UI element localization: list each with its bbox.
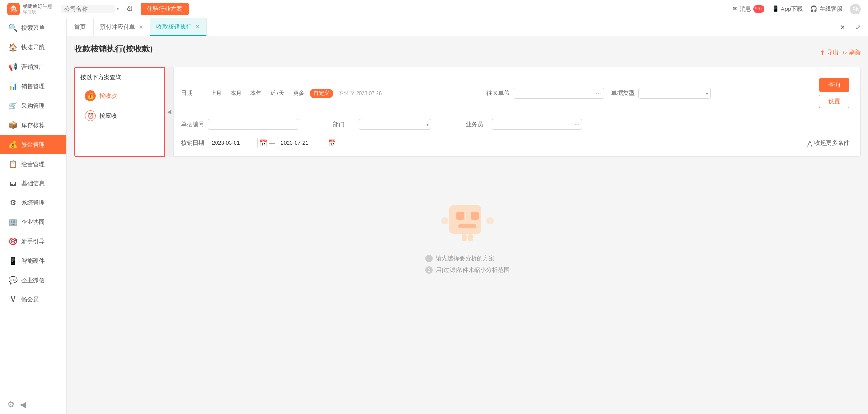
filter-row-3: 核销日期 📅 — 📅 ⋀ [181,137,853,149]
doc-type-select[interactable] [638,88,711,99]
svg-rect-5 [468,234,473,241]
settings-icon[interactable]: ⚙ [123,3,136,15]
verify-date-inputs: 📅 — 📅 [208,138,336,148]
app-download-button[interactable]: 📱 App下载 [772,5,803,13]
export-icon: ⬆ [820,49,825,56]
query-button[interactable]: 查询 [819,78,849,92]
refresh-button[interactable]: ↻ 刷新 [842,48,861,57]
sidebar-item-vip[interactable]: V 畅会员 [0,290,66,309]
filter-scheme-panel: 按以下方案查询 💰 按收款 ⏰ 按应收 [74,67,165,157]
partner-field: 往来单位 ··· [486,88,604,99]
sidebar-collapse-button[interactable]: ◀ [20,400,26,409]
top-bar: 兔 畅捷通好生意 标准版 ▾ ⚙ 休验行业方案 ✉ 消息 99+ 📱 App下载… [0,0,868,18]
filter-row-2: 单据编号 部门 ▾ 业务员 [181,119,853,130]
filter-scheme-title: 按以下方案查询 [80,73,158,81]
svg-rect-3 [458,224,476,228]
date-btn-this-month[interactable]: 本月 [227,89,245,98]
tab-close-all-button[interactable]: ✕ [836,21,849,33]
calendar-from-icon[interactable]: 📅 [259,139,267,147]
message-button[interactable]: ✉ 消息 99+ [733,5,764,13]
page-header: 收款核销执行(按收款) ⬆ 导出 ↻ 刷新 [74,43,861,62]
sales-label: 业务员 [466,120,488,128]
verify-date-from-input[interactable] [208,138,258,148]
sidebar-item-hardware[interactable]: 📱 智能硬件 [0,251,66,271]
solution-button[interactable]: 休验行业方案 [141,3,189,15]
dept-field: 部门 ▾ [333,119,431,130]
sidebar-item-purchase[interactable]: 🛒 采购管理 [0,96,66,115]
tab-close-prepay[interactable]: ✕ [139,24,143,30]
bottom-settings-icon[interactable]: ⚙ [7,400,14,409]
home-icon: 🏠 [9,43,18,52]
sidebar-item-marketing[interactable]: 📢 营销推广 [0,57,66,76]
sidebar-item-guide[interactable]: 🎯 新手引导 [0,232,66,251]
tab-expand-button[interactable]: ⤢ [852,21,864,33]
service-icon: 🎧 [810,5,817,12]
svg-point-6 [441,217,448,224]
svg-rect-4 [462,234,467,241]
tab-receipt-offset[interactable]: 收款核销执行 ✕ [150,18,207,36]
tab-bar: 首页 预付冲应付单 ✕ 收款核销执行 ✕ ✕ ⤢ [67,18,868,36]
sidebar-item-wechat[interactable]: 💬 企业微信 [0,271,66,290]
filter-panel: 按以下方案查询 💰 按收款 ⏰ 按应收 ◀ [74,67,861,157]
sidebar-item-system[interactable]: ⚙ 系统管理 [0,193,66,212]
page-header-actions: ⬆ 导出 ↻ 刷新 [820,48,861,57]
partner-input[interactable] [514,88,604,99]
company-input[interactable] [61,5,115,13]
sidebar-item-sales[interactable]: 📊 销售管理 [0,76,66,96]
tab-home[interactable]: 首页 [67,18,94,36]
sidebar-item-inventory[interactable]: 📦 库存核算 [0,115,66,135]
dept-select[interactable] [359,119,431,130]
sidebar-item-enterprise[interactable]: 🏢 企业协同 [0,212,66,232]
sales-icon: 📊 [9,82,18,90]
collapse-conditions-button[interactable]: ⋀ 收起更多条件 [804,137,853,149]
date-btn-last-month[interactable]: 上月 [207,89,225,98]
export-button[interactable]: ⬆ 导出 [820,48,839,57]
collapse-icon: ⋀ [807,140,812,147]
verify-date-to-input[interactable] [277,138,326,148]
verify-date-label: 核销日期 [181,139,204,147]
sidebar-item-search[interactable]: 🔍 搜索菜单 [0,18,66,38]
empty-tip-2: 2 用[过滤]条件来缩小分析范围 [425,264,510,276]
svg-point-7 [486,217,494,224]
sales-more-icon[interactable]: ··· [574,121,580,128]
date-range-note: 不限 至 2023-07-26 [339,90,382,97]
svg-rect-2 [471,212,479,220]
date-separator: — [269,140,275,147]
avatar: Rit [850,4,861,14]
tab-prepay-offset[interactable]: 预付冲应付单 ✕ [94,18,150,36]
sales-input[interactable] [492,119,582,130]
company-selector[interactable]: ▾ [61,5,119,13]
app-logo: 兔 畅捷通好生意 标准版 [7,3,52,15]
search-icon: 🔍 [9,24,18,32]
empty-tips: 1 请先选择要分析的方案 2 用[过滤]条件来缩小分析范围 [425,252,510,276]
sidebar-item-basic[interactable]: 🗂 基础信息 [0,174,66,193]
message-icon: ✉ [733,5,738,12]
date-btn-this-year[interactable]: 本年 [247,89,265,98]
filter-collapse-button[interactable]: ◀ [165,67,174,157]
date-btn-more[interactable]: 更多 [290,89,308,98]
download-icon: 📱 [772,5,779,12]
sidebar-item-operation[interactable]: 📋 经营管理 [0,154,66,174]
date-quick-buttons: 上月 本月 本年 近7天 更多 自定义 [207,89,333,98]
dept-select-wrapper: ▾ [359,119,431,130]
doc-no-input[interactable] [208,119,298,130]
date-btn-custom[interactable]: 自定义 [310,89,333,98]
user-avatar[interactable]: Rit [850,4,861,14]
tab-close-receipt[interactable]: ✕ [195,24,200,30]
sidebar-bottom: ⚙ ◀ [0,395,66,414]
chevron-left-icon: ◀ [167,109,171,115]
date-btn-7days[interactable]: 近7天 [267,89,288,98]
partner-more-icon[interactable]: ··· [596,90,601,97]
filter-option-by-receivable[interactable]: ⏰ 按应收 [80,107,158,125]
partner-label: 往来单位 [486,89,510,97]
filter-settings-button[interactable]: 设置 [819,95,849,108]
calendar-to-icon[interactable]: 📅 [328,139,336,147]
doc-type-field: 单据类型 ▾ [611,88,711,99]
online-service-button[interactable]: 🎧 在线客服 [810,5,843,13]
dept-label: 部门 [333,120,355,128]
sidebar-item-quick-nav[interactable]: 🏠 快捷导航 [0,38,66,57]
page-content: 收款核销执行(按收款) ⬆ 导出 ↻ 刷新 按以下方案查询 [67,36,868,414]
filter-option-by-receipt[interactable]: 💰 按收款 [80,87,158,105]
svg-rect-1 [456,212,464,220]
sidebar-item-finance[interactable]: 💰 资金管理 [0,135,66,154]
